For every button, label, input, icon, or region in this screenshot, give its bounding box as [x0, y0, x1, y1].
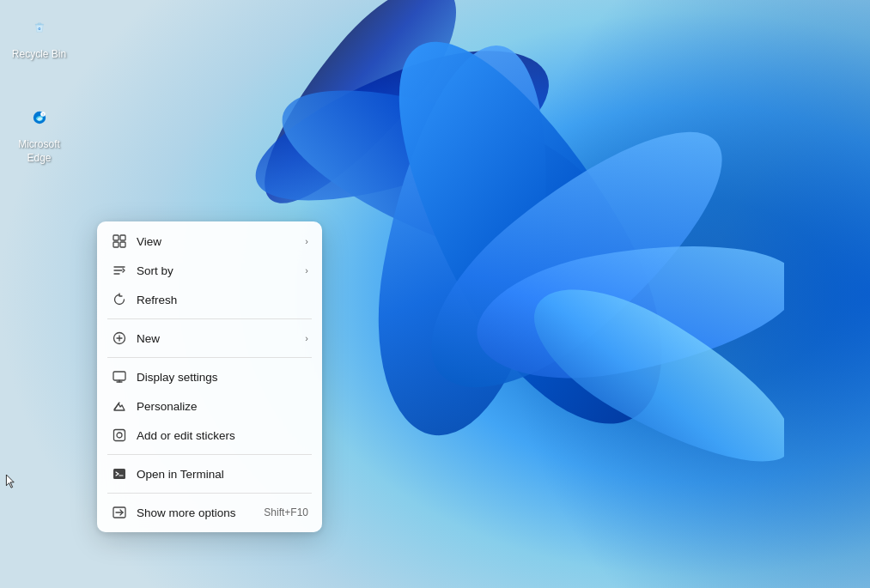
svg-rect-8 — [113, 242, 119, 247]
menu-item-display[interactable]: Display settings — [100, 362, 319, 391]
more-icon — [111, 504, 128, 521]
svg-rect-7 — [120, 235, 125, 240]
edge-image: ! — [22, 100, 57, 135]
mouse-cursor — [4, 475, 16, 492]
context-menu: View › Sort by › — [97, 221, 322, 532]
divider-4 — [107, 493, 312, 494]
svg-line-19 — [114, 403, 119, 409]
menu-item-terminal[interactable]: Open in Terminal — [100, 459, 319, 488]
display-label: Display settings — [137, 371, 308, 384]
menu-item-sort[interactable]: Sort by › — [100, 256, 319, 285]
svg-text:!: ! — [42, 113, 43, 117]
new-icon — [111, 330, 128, 347]
svg-rect-6 — [113, 235, 119, 240]
new-label: New — [137, 332, 296, 345]
edge-label: Microsoft Edge — [10, 138, 68, 165]
menu-item-stickers[interactable]: Add or edit stickers — [100, 421, 319, 450]
menu-item-refresh[interactable]: Refresh — [100, 285, 319, 314]
stickers-icon — [111, 427, 128, 444]
menu-item-new[interactable]: New › — [100, 324, 319, 353]
refresh-icon — [111, 291, 128, 308]
menu-item-personalize[interactable]: Personalize — [100, 391, 319, 421]
svg-rect-20 — [114, 430, 125, 441]
divider-2 — [107, 357, 312, 358]
recycle-bin-icon[interactable]: ♻ Recycle Bin — [7, 7, 71, 65]
display-icon — [111, 368, 128, 385]
sort-label: Sort by — [137, 264, 296, 277]
new-arrow: › — [305, 333, 308, 343]
microsoft-edge-icon[interactable]: ! Microsoft Edge — [7, 97, 71, 168]
terminal-icon — [111, 465, 128, 482]
svg-rect-23 — [113, 469, 125, 479]
svg-rect-1 — [38, 23, 41, 25]
menu-item-view[interactable]: View › — [100, 227, 319, 256]
view-label: View — [137, 235, 296, 248]
more-options-label: Show more options — [137, 506, 255, 519]
terminal-label: Open in Terminal — [137, 468, 308, 481]
svg-point-21 — [117, 433, 122, 438]
stickers-label: Add or edit stickers — [137, 429, 308, 442]
svg-text:♻: ♻ — [38, 27, 41, 31]
sort-arrow: › — [305, 265, 308, 276]
divider-3 — [107, 454, 312, 455]
refresh-label: Refresh — [137, 294, 308, 306]
divider-1 — [107, 318, 312, 319]
svg-rect-9 — [120, 242, 125, 247]
view-icon — [111, 233, 128, 250]
desktop: ♻ Recycle Bin ! Microsoft Edge — [0, 0, 870, 588]
svg-rect-16 — [113, 372, 125, 380]
view-arrow: › — [305, 236, 308, 246]
personalize-icon — [111, 397, 128, 415]
recycle-bin-image: ♻ — [22, 10, 57, 45]
sort-icon — [111, 262, 128, 279]
menu-item-more-options[interactable]: Show more options Shift+F10 — [100, 498, 319, 527]
more-options-shortcut: Shift+F10 — [264, 506, 308, 518]
personalize-label: Personalize — [137, 400, 308, 413]
recycle-bin-label: Recycle Bin — [12, 48, 66, 62]
